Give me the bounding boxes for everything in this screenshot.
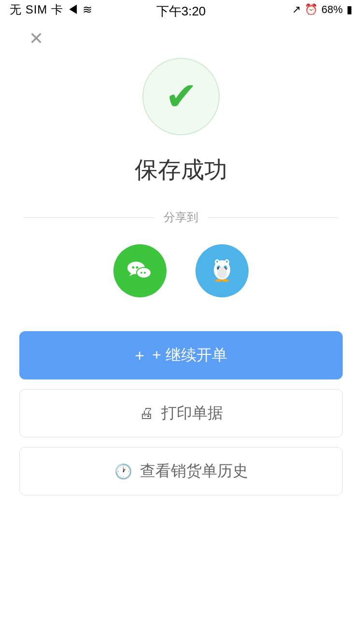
qq-share-button[interactable]: [195, 244, 249, 297]
wechat-share-button[interactable]: [113, 244, 167, 297]
share-label: 分享到: [154, 210, 208, 225]
success-circle: ✔: [142, 58, 220, 135]
alarm-icon: ⏰: [305, 3, 318, 16]
status-right: ↗ ⏰ 68% ▮: [292, 3, 352, 16]
history-label: 查看销货单历史: [140, 461, 248, 482]
share-icons: [113, 244, 249, 297]
action-buttons: + + 继续开单 🖨 打印单据 🕐 查看销货单历史: [0, 331, 362, 495]
svg-point-17: [222, 279, 229, 282]
wechat-icon: [125, 255, 156, 287]
svg-point-18: [217, 267, 227, 279]
svg-point-4: [136, 266, 138, 268]
svg-point-14: [225, 267, 226, 268]
status-bar: 无 SIM 卡 ◀ ≋ 下午3:20 ↗ ⏰ 68% ▮: [0, 0, 362, 19]
close-button[interactable]: ✕: [24, 27, 48, 51]
plus-icon: +: [135, 346, 144, 365]
continue-label: + 继续开单: [152, 345, 227, 366]
print-button[interactable]: 🖨 打印单据: [19, 389, 343, 437]
status-left: 无 SIM 卡 ◀ ≋: [10, 2, 93, 17]
history-icon: 🕐: [114, 463, 132, 480]
history-button[interactable]: 🕐 查看销货单历史: [19, 447, 343, 495]
print-label: 打印单据: [161, 403, 223, 424]
status-time: 下午3:20: [156, 3, 206, 20]
svg-point-22: [226, 261, 228, 263]
svg-point-16: [215, 279, 222, 282]
battery-icon: ▮: [347, 3, 352, 16]
svg-point-5: [140, 272, 142, 274]
success-title: 保存成功: [135, 154, 227, 185]
svg-point-6: [144, 272, 146, 274]
battery-percent: 68%: [321, 3, 343, 16]
svg-point-3: [132, 266, 134, 268]
close-icon: ✕: [29, 30, 43, 47]
print-icon: 🖨: [139, 405, 153, 421]
share-divider: 分享到: [0, 210, 362, 225]
divider-line-left: [24, 217, 154, 218]
divider-line-right: [208, 217, 338, 218]
svg-point-21: [216, 261, 218, 263]
checkmark-icon: ✔: [165, 77, 197, 116]
qq-icon: [207, 255, 238, 287]
location-icon: ↗: [292, 3, 301, 16]
continue-button[interactable]: + + 继续开单: [19, 331, 343, 379]
main-content: ✔ 保存成功 分享到: [0, 19, 362, 495]
